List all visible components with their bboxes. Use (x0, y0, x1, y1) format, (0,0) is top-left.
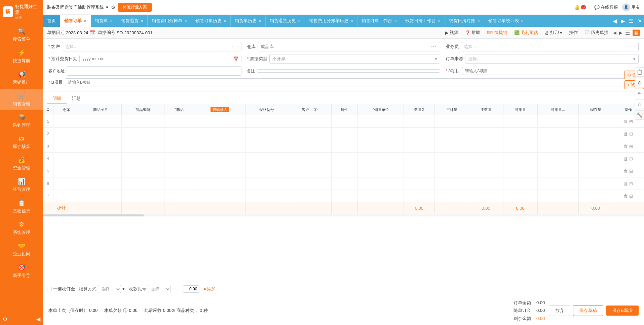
account-select[interactable]: 选择... (148, 285, 171, 293)
address-expand-icon[interactable]: ··· (232, 68, 238, 74)
sidebar-item-search[interactable]: 🔍 搜索菜单 (0, 24, 43, 46)
sidebar-item-purchase[interactable]: 📦 采购管理 (0, 110, 43, 132)
row-attributes[interactable] (332, 115, 358, 128)
side-action-2[interactable]: ⊙ (635, 78, 644, 87)
warehouse-input[interactable]: 成品库 ··· (258, 42, 440, 51)
copy-icon[interactable]: ⊞ (629, 144, 633, 149)
row-sales-unit[interactable] (357, 128, 404, 140)
tab-close-icon[interactable]: ✕ (394, 19, 397, 23)
customer-expand-icon[interactable]: ··· (232, 44, 238, 50)
delete-icon[interactable]: 🗑 (623, 144, 628, 149)
online-service-btn[interactable]: 💬 在线客服 (594, 4, 618, 10)
tab-sales-return-history[interactable]: 销货退货历史 ✕ (266, 15, 305, 27)
row-spec[interactable] (245, 115, 288, 128)
tab-sales-return[interactable]: 销货退货 ✕ (117, 15, 148, 27)
copy-icon[interactable]: ⊞ (629, 156, 633, 161)
tab-close-all-icon[interactable]: ✕ (636, 18, 644, 24)
tab-close-icon[interactable]: ✕ (298, 19, 301, 23)
project-b-text[interactable] (68, 80, 636, 85)
copy-icon[interactable]: ⊞ (629, 119, 633, 124)
tab-close-icon[interactable]: ✕ (438, 19, 441, 23)
customer-input[interactable]: 选择... ··· (62, 42, 241, 51)
list-view-icon[interactable]: ☰ (625, 30, 630, 36)
delete-icon[interactable]: 🗑 (623, 131, 628, 136)
collapse-icon[interactable]: ◀ (36, 316, 40, 322)
row-product[interactable] (164, 115, 194, 128)
tab-close-icon[interactable]: ✕ (350, 19, 353, 23)
settings-icon[interactable]: ⚙ (111, 4, 115, 10)
order-source-input[interactable]: 选择... ▾ (465, 54, 639, 64)
tab-close-icon[interactable]: ✕ (521, 19, 524, 23)
row-sales-unit[interactable] (357, 115, 404, 128)
tab-detail[interactable]: 明细 (47, 93, 67, 104)
sidebar-item-nav[interactable]: ⚡ 快捷导航 (0, 46, 43, 67)
project-a-text[interactable] (465, 69, 636, 73)
row-warehouse[interactable] (53, 140, 79, 153)
payment-method-select[interactable]: 选择... (98, 285, 121, 293)
tab-close-icon[interactable]: ✕ (141, 19, 143, 23)
sidebar-item-basics[interactable]: 📋 基础信息 (0, 196, 43, 217)
side-action-3[interactable]: ✏ (635, 89, 644, 98)
sidebar-item-guide[interactable]: 🎯 新手引导 (0, 260, 43, 282)
col-scan[interactable]: 扫码录入 (194, 104, 245, 115)
delete-icon[interactable]: 🗑 (623, 194, 628, 199)
delivery-date-input[interactable]: 📅 (79, 55, 241, 63)
invoice-type-input[interactable]: 不开票 ▾ (269, 54, 440, 64)
project-b-input[interactable] (65, 78, 639, 86)
discard-btn[interactable]: 放弃 (549, 305, 570, 316)
row-spec[interactable] (245, 128, 288, 140)
row-main-qty[interactable] (469, 128, 503, 140)
account-expand-icon[interactable]: ··· (172, 286, 179, 292)
row-customer-code[interactable] (288, 128, 332, 140)
tab-fee-split-history[interactable]: 销售费用分摊单历史 ✕ (305, 15, 357, 27)
salesperson-expand-icon[interactable]: ··· (629, 44, 636, 50)
row-main-qty[interactable] (469, 115, 503, 128)
delivery-date-text[interactable] (82, 56, 233, 61)
scrollbar-thumb[interactable] (43, 214, 144, 216)
delete-icon[interactable]: 🗑 (623, 119, 628, 124)
delete-icon[interactable]: 🗑 (623, 181, 628, 186)
prev-record-icon[interactable]: ◀ (613, 30, 616, 35)
remarks-input[interactable] (257, 69, 440, 73)
tab-summary[interactable]: 汇总 (67, 93, 86, 104)
save-draft-btn[interactable]: 保存草稿 (573, 305, 603, 316)
tab-prev-icon[interactable]: ◀ (611, 18, 619, 24)
sidebar-item-finance[interactable]: 💰 资金管理 (0, 153, 43, 174)
history-btn[interactable]: 📄 历史单据 (582, 29, 610, 36)
tab-close-icon[interactable]: ✕ (84, 19, 86, 23)
tab-close-icon[interactable]: ✕ (224, 19, 226, 23)
calendar-icon[interactable]: 📅 (90, 30, 95, 35)
tab-close-icon[interactable]: ✕ (477, 19, 480, 23)
tab-sales-order[interactable]: 销售订单 ✕ (60, 15, 91, 27)
tab-more-icon[interactable]: ☰ (627, 18, 636, 24)
calendar2-icon[interactable]: 📅 (233, 56, 238, 62)
copy-icon[interactable]: ⊞ (629, 131, 633, 136)
tab-close-icon[interactable]: ✕ (184, 19, 187, 23)
invoice-dropdown-icon[interactable]: ▾ (435, 56, 437, 62)
row-qty2[interactable] (404, 115, 434, 128)
row-product-code[interactable] (122, 128, 164, 140)
scrollbar-area[interactable] (43, 214, 644, 216)
sidebar-item-collab[interactable]: 🤝 企业协同 (0, 239, 43, 260)
help-btn[interactable]: ❓ 帮助 (463, 29, 482, 36)
row-qty2[interactable] (404, 128, 434, 140)
order-source-dropdown-icon[interactable]: ▾ (633, 56, 636, 62)
side-action-4[interactable]: ☆ (635, 99, 644, 109)
delete-icon[interactable]: 🗑 (623, 156, 628, 161)
deposit-amount-input[interactable] (183, 285, 199, 293)
sidebar-item-operations[interactable]: 📊 经营管理 (0, 174, 43, 196)
sidebar-item-sales[interactable]: 🛒 销售管理 (0, 89, 43, 110)
user-avatar[interactable]: 👤 用友 (622, 3, 640, 11)
row-warehouse[interactable] (53, 128, 79, 140)
print-btn[interactable]: 🖨 打印 ▾ (543, 29, 564, 36)
notification-area[interactable]: 🔔 9 (574, 5, 586, 10)
row-product[interactable] (164, 128, 194, 140)
settings-gear-icon[interactable]: ⚙ (3, 316, 7, 322)
row-warehouse[interactable] (53, 115, 79, 128)
system-dropdown-icon[interactable]: ▾ (106, 5, 108, 10)
warehouse-expand-icon[interactable]: ··· (430, 44, 437, 50)
tab-sales-fee-split[interactable]: 销售费用分摊单 ✕ (148, 15, 191, 27)
one-click-checkbox[interactable] (47, 287, 52, 291)
tab-sales-workbench[interactable]: 销售订单工作台 ✕ (357, 15, 401, 27)
add-deposit-btn[interactable]: ● 添加 (203, 286, 216, 292)
